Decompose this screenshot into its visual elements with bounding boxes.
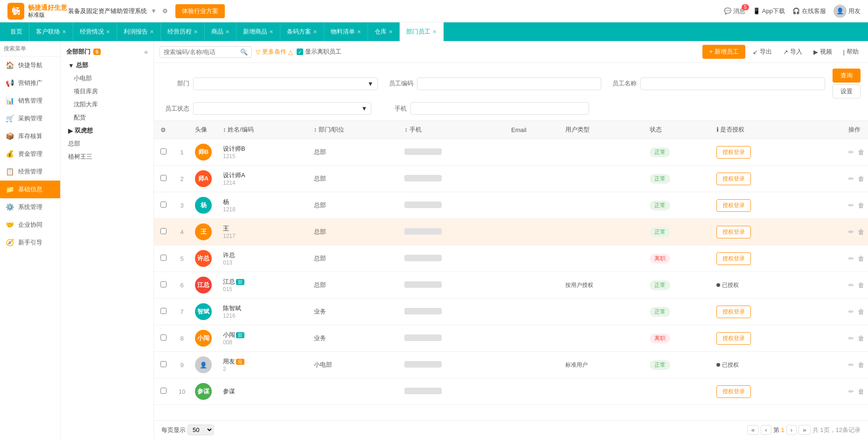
dept-node-shenyang[interactable]: 沈阳大库: [64, 98, 150, 111]
row-checkbox[interactable]: [160, 281, 167, 287]
sidebar-item-system[interactable]: ⚙️ 系统管理: [0, 198, 60, 216]
sidebar-item-finance[interactable]: 💰 资金管理: [0, 145, 60, 163]
sidebar-item-sales[interactable]: 📊 销售管理: [0, 92, 60, 110]
reset-button[interactable]: 设置: [833, 84, 861, 98]
auth-button[interactable]: 授权登录: [716, 306, 751, 318]
row-checkbox[interactable]: [160, 228, 167, 234]
dept-node-project[interactable]: 项目库房: [64, 85, 150, 98]
row-checkbox-cell[interactable]: [154, 139, 173, 166]
tab-home[interactable]: 首页: [4, 22, 29, 41]
delete-icon[interactable]: 🗑: [858, 175, 864, 182]
auth-button[interactable]: 授权登录: [716, 199, 751, 212]
sidebar-search[interactable]: 🔍: [0, 41, 60, 56]
auth-button[interactable]: 授权登录: [716, 146, 751, 159]
message-icon-item[interactable]: 💬 消息 5: [724, 7, 745, 15]
delete-icon[interactable]: 🗑: [858, 202, 864, 209]
row-checkbox-cell[interactable]: [154, 166, 173, 192]
search-input[interactable]: [164, 49, 238, 56]
close-icon[interactable]: ✕: [194, 29, 198, 35]
delete-icon[interactable]: 🗑: [858, 308, 864, 315]
sys-dropdown-icon[interactable]: ▼: [151, 7, 157, 14]
close-icon[interactable]: ✕: [225, 29, 229, 35]
row-checkbox[interactable]: [160, 255, 167, 261]
delete-icon[interactable]: 🗑: [858, 228, 864, 236]
delete-icon[interactable]: 🗑: [858, 281, 864, 289]
collapse-icon[interactable]: «: [144, 48, 148, 56]
app-download-item[interactable]: 📱 App下载: [753, 7, 785, 15]
auth-button[interactable]: 授权登录: [716, 332, 751, 345]
help-button[interactable]: | 帮助: [840, 46, 862, 58]
row-checkbox-cell[interactable]: [154, 299, 173, 325]
delete-icon[interactable]: 🗑: [858, 361, 864, 369]
col-name[interactable]: ↕ 姓名/编码: [219, 121, 310, 139]
dept-node-small-elec[interactable]: 小电部: [64, 72, 150, 85]
sidebar-item-purchase[interactable]: 🛒 采购管理: [0, 110, 60, 127]
sidebar-item-company[interactable]: 🤝 企业协同: [0, 216, 60, 234]
row-checkbox-cell[interactable]: [154, 378, 173, 405]
tab-warehouse[interactable]: 仓库 ✕: [368, 22, 400, 41]
close-icon[interactable]: ✕: [357, 29, 361, 35]
delete-icon[interactable]: 🗑: [858, 334, 864, 342]
col-dept[interactable]: ↕ 部门/职位: [310, 121, 401, 139]
row-checkbox[interactable]: [160, 334, 167, 341]
phone-input[interactable]: [410, 102, 589, 115]
online-service-item[interactable]: 🎧 在线客服: [792, 7, 826, 15]
per-page-select[interactable]: 50 100 200: [187, 425, 214, 435]
edit-icon[interactable]: ✏: [848, 388, 854, 395]
edit-icon[interactable]: ✏: [848, 334, 854, 342]
tab-staff[interactable]: 部门员工 ✕: [400, 22, 444, 41]
filter-button[interactable]: ▽ 更多条件 △: [256, 48, 293, 56]
sidebar-item-marketing[interactable]: 📢 营销推广: [0, 74, 60, 92]
edit-icon[interactable]: ✏: [848, 228, 854, 236]
row-checkbox[interactable]: [160, 175, 167, 181]
import-button[interactable]: ↗ 导入: [779, 46, 806, 58]
last-page-button[interactable]: »: [799, 425, 810, 435]
emp-code-input[interactable]: [417, 77, 602, 90]
close-icon[interactable]: ✕: [106, 29, 110, 35]
tab-customers[interactable]: 客户联络 ✕: [29, 22, 73, 41]
delete-icon[interactable]: 🗑: [858, 148, 864, 156]
edit-icon[interactable]: ✏: [848, 175, 854, 182]
tab-materials[interactable]: 物料清单 ✕: [324, 22, 368, 41]
sidebar-item-guide[interactable]: 🧭 新手引导: [0, 234, 60, 251]
view-button[interactable]: ▶ 视频: [810, 46, 836, 58]
row-checkbox[interactable]: [160, 361, 167, 367]
edit-icon[interactable]: ✏: [848, 148, 854, 156]
dept-node-distribute[interactable]: 配货: [64, 111, 150, 124]
first-page-button[interactable]: «: [747, 425, 759, 435]
show-left-employees-toggle[interactable]: ✓ 显示离职员工: [297, 48, 341, 56]
export-button[interactable]: ↙ 导出: [749, 46, 776, 58]
edit-icon[interactable]: ✏: [848, 255, 854, 262]
dept-node-general[interactable]: ▼ 总部: [64, 59, 150, 72]
col-settings[interactable]: ⚙: [154, 121, 173, 139]
sidebar-item-operation[interactable]: 📋 经营管理: [0, 163, 60, 181]
row-checkbox[interactable]: [160, 148, 167, 154]
close-icon[interactable]: ✕: [313, 29, 317, 35]
tab-business[interactable]: 经营情况 ✕: [73, 22, 117, 41]
next-page-button[interactable]: ›: [786, 425, 797, 435]
delete-icon[interactable]: 🗑: [858, 388, 864, 395]
edit-icon[interactable]: ✏: [848, 361, 854, 369]
tab-process[interactable]: 经营历程 ✕: [161, 22, 205, 41]
close-icon[interactable]: ✕: [150, 29, 154, 35]
trial-button[interactable]: 体验行业方案: [175, 4, 225, 18]
query-button[interactable]: 查询: [833, 69, 861, 83]
row-checkbox[interactable]: [160, 388, 167, 394]
emp-name-input[interactable]: [640, 77, 825, 90]
dept-select[interactable]: ▼: [193, 77, 378, 90]
edit-icon[interactable]: ✏: [848, 281, 854, 289]
dept-node-shuangxiang[interactable]: ▶ 双虎想: [64, 124, 150, 137]
row-checkbox-cell[interactable]: [154, 245, 173, 272]
search-box[interactable]: 🔍: [160, 46, 252, 58]
search-input[interactable]: [4, 45, 61, 52]
edit-icon[interactable]: ✏: [848, 202, 854, 209]
sidebar-item-inventory[interactable]: 📦 库存核算: [0, 127, 60, 145]
sidebar-item-basic[interactable]: 📁 基础信息: [0, 181, 60, 198]
auth-button[interactable]: 授权登录: [716, 385, 751, 398]
row-checkbox-cell[interactable]: [154, 272, 173, 299]
close-icon[interactable]: ✕: [269, 29, 273, 35]
prev-page-button[interactable]: ‹: [761, 425, 771, 435]
row-checkbox[interactable]: [160, 202, 167, 208]
sidebar-item-shortcut[interactable]: 🏠 快捷导航: [0, 56, 60, 74]
user-item[interactable]: 👤 用友: [833, 5, 861, 18]
